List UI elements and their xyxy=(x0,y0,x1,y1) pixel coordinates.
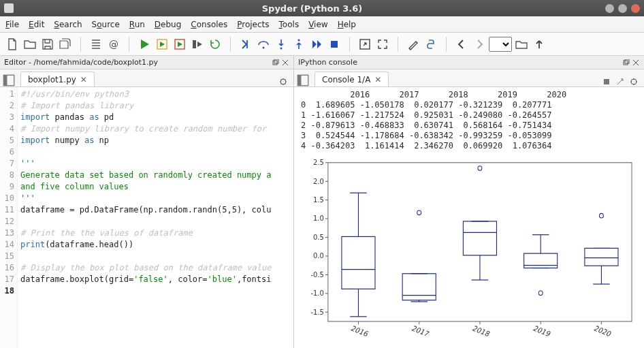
svg-text:2.5: 2.5 xyxy=(313,158,324,167)
console-restore-icon[interactable] xyxy=(622,59,630,67)
menu-file[interactable]: File xyxy=(5,20,19,29)
back-button[interactable] xyxy=(453,36,470,52)
svg-point-61 xyxy=(417,210,421,215)
maximize-button[interactable] xyxy=(618,4,627,13)
svg-rect-10 xyxy=(274,59,278,63)
console-stop-icon[interactable] xyxy=(602,77,611,86)
svg-text:1.5: 1.5 xyxy=(313,195,324,204)
svg-point-5 xyxy=(298,39,300,41)
editor-tab[interactable]: boxplot1.py ✕ xyxy=(20,72,95,86)
run-button[interactable] xyxy=(136,36,152,52)
python-path-button[interactable] xyxy=(423,36,439,52)
editor-close-icon[interactable] xyxy=(281,59,289,67)
menu-help[interactable]: Help xyxy=(338,20,356,29)
titlebar: Spyder (Python 3.6) xyxy=(0,0,644,16)
svg-text:2016: 2016 xyxy=(350,323,370,338)
step-into-button[interactable] xyxy=(273,36,289,52)
menu-search[interactable]: Search xyxy=(54,20,82,29)
svg-rect-49 xyxy=(342,236,375,289)
console-close-icon[interactable] xyxy=(632,59,640,67)
svg-rect-6 xyxy=(331,41,338,48)
preferences-button[interactable] xyxy=(405,36,421,52)
close-button[interactable] xyxy=(631,4,640,13)
minimize-button[interactable] xyxy=(605,4,614,13)
console-clear-icon[interactable] xyxy=(615,77,625,86)
svg-text:2017: 2017 xyxy=(410,323,430,338)
step-out-button[interactable] xyxy=(291,36,307,52)
save-all-button[interactable] xyxy=(57,36,74,52)
boxplot-chart: -1.5-1.0-0.50.00.51.01.52.02.52016201720… xyxy=(300,157,639,344)
step-over-button[interactable] xyxy=(255,36,272,52)
svg-point-19 xyxy=(631,79,637,84)
svg-text:-1.0: -1.0 xyxy=(310,289,323,298)
forward-button[interactable] xyxy=(471,36,487,52)
svg-rect-69 xyxy=(524,253,558,268)
console-tab-close-icon[interactable]: ✕ xyxy=(374,75,381,84)
menu-edit[interactable]: Edit xyxy=(29,20,44,29)
menu-view[interactable]: View xyxy=(308,20,327,29)
fullscreen-button[interactable] xyxy=(374,36,391,52)
stop-debug-button[interactable] xyxy=(326,36,342,52)
editor-tab-close-icon[interactable]: ✕ xyxy=(80,75,87,84)
working-dir-select[interactable] xyxy=(489,37,512,52)
svg-text:-1.5: -1.5 xyxy=(310,307,323,316)
browse-dir-button[interactable] xyxy=(513,36,530,52)
editor-pane-title: Editor - /home/fahmida/code/boxplot1.py xyxy=(4,58,158,67)
editor-pane: Editor - /home/fahmida/code/boxplot1.py … xyxy=(0,56,294,348)
editor-restore-icon[interactable] xyxy=(272,59,280,67)
svg-text:0.5: 0.5 xyxy=(313,232,324,241)
console-options-icon[interactable] xyxy=(629,77,639,86)
svg-text:@: @ xyxy=(109,39,118,50)
continue-button[interactable] xyxy=(308,36,325,52)
run-selection-button[interactable] xyxy=(189,36,206,52)
console-pane-title: IPython console xyxy=(298,58,357,67)
svg-point-75 xyxy=(538,291,543,296)
svg-point-68 xyxy=(478,166,482,171)
run-cell-advance-button[interactable] xyxy=(172,36,188,52)
svg-text:2019: 2019 xyxy=(532,323,552,338)
open-file-button[interactable] xyxy=(22,36,38,52)
svg-rect-12 xyxy=(3,75,7,85)
console-dock-icon[interactable] xyxy=(297,74,309,86)
svg-rect-17 xyxy=(297,75,301,85)
menu-projects[interactable]: Projects xyxy=(237,20,269,29)
outline-button[interactable] xyxy=(88,36,104,52)
svg-rect-14 xyxy=(624,61,628,65)
svg-rect-62 xyxy=(463,221,496,255)
parent-dir-button[interactable] xyxy=(531,36,547,52)
run-cell-button[interactable] xyxy=(154,36,170,52)
svg-rect-55 xyxy=(402,274,436,300)
console-output[interactable]: 2016 2017 2018 2019 2020 0 1.689605 -1.0… xyxy=(294,87,644,348)
toolbar: @ xyxy=(0,33,644,56)
code-editor[interactable]: 1 2 3 4 5 6 7 8 9 10 11 12 13 14 15 16 1… xyxy=(0,87,293,348)
rerun-button[interactable] xyxy=(207,36,223,52)
maximize-pane-button[interactable] xyxy=(357,36,373,52)
app-icon xyxy=(4,3,14,13)
new-file-button[interactable] xyxy=(4,36,20,52)
menubar: File Edit Search Source Run Debug Consol… xyxy=(0,16,644,33)
menu-debug[interactable]: Debug xyxy=(155,20,181,29)
window-title: Spyder (Python 3.6) xyxy=(19,3,605,14)
menu-tools[interactable]: Tools xyxy=(279,20,300,29)
svg-text:-0.5: -0.5 xyxy=(310,270,323,279)
at-button[interactable]: @ xyxy=(106,36,122,52)
console-tab[interactable]: Console 1/A ✕ xyxy=(315,72,389,86)
menu-run[interactable]: Run xyxy=(129,20,145,29)
svg-text:0.0: 0.0 xyxy=(313,251,324,260)
svg-point-8 xyxy=(428,41,430,42)
editor-options-icon[interactable] xyxy=(278,77,288,86)
svg-text:2.0: 2.0 xyxy=(313,176,324,185)
main-area: Editor - /home/fahmida/code/boxplot1.py … xyxy=(0,56,644,348)
svg-text:2018: 2018 xyxy=(471,323,491,338)
save-button[interactable] xyxy=(39,36,56,52)
dataframe-output: 2016 2017 2018 2019 2020 0 1.689605 -1.0… xyxy=(294,87,644,155)
menu-source[interactable]: Source xyxy=(92,20,120,29)
svg-point-3 xyxy=(263,46,265,48)
svg-rect-18 xyxy=(604,79,609,84)
editor-tab-label: boxplot1.py xyxy=(28,75,76,84)
svg-rect-15 xyxy=(625,59,629,63)
editor-dock-icon[interactable] xyxy=(3,74,15,86)
debug-button[interactable] xyxy=(238,36,254,52)
svg-rect-76 xyxy=(585,248,618,266)
menu-consoles[interactable]: Consoles xyxy=(191,20,227,29)
